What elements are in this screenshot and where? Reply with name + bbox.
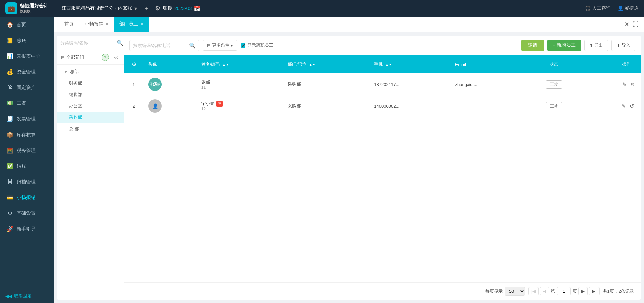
service-btn[interactable]: 🎧 人工咨询: [585, 5, 611, 11]
tab-expense[interactable]: 小畅报销 ✕: [79, 17, 114, 32]
row1-status: 正常: [524, 73, 585, 95]
calendar-icon[interactable]: 📅: [194, 5, 200, 12]
collapse-icon[interactable]: ≪: [112, 54, 120, 61]
dept-node-sales[interactable]: 销售部: [57, 89, 124, 100]
sidebar-item-settings[interactable]: ⚙ 基础设置: [0, 205, 54, 221]
invite-btn[interactable]: 邀请: [521, 40, 544, 51]
edit-dept-btn[interactable]: ✎: [102, 54, 109, 61]
dept-search-input[interactable]: [60, 40, 117, 45]
tab-dept-close-icon[interactable]: ✕: [140, 22, 144, 27]
user-menu[interactable]: 👤 畅捷通: [618, 5, 639, 11]
table-gear-icon[interactable]: ⚙: [129, 59, 139, 69]
dept-node-finance[interactable]: 财务部: [57, 78, 124, 89]
add-employee-btn[interactable]: + 新增员工: [547, 40, 581, 51]
sidebar-item-reports[interactable]: 📊 云报表中心: [0, 48, 54, 64]
dept-sort-icon[interactable]: ▲▼: [309, 63, 316, 66]
sidebar-item-home[interactable]: 🏠 首页: [0, 17, 54, 33]
table-row: 2 👤 宁小壹: [124, 95, 641, 117]
page-number-input[interactable]: [557, 287, 571, 295]
row1-email: zhangxidf...: [450, 73, 524, 95]
employee-search-icon[interactable]: 🔍: [189, 42, 196, 49]
first-page-btn[interactable]: |◀: [528, 287, 539, 295]
dept-node-general[interactable]: 总 部: [57, 123, 124, 135]
sidebar-item-funds[interactable]: 💰 资金管理: [0, 64, 54, 80]
sidebar-label-expense: 小畅报销: [17, 195, 36, 201]
sidebar-item-expense[interactable]: 💳 小畅报销: [0, 190, 54, 205]
expense-icon: 💳: [7, 194, 13, 201]
inner-content: 🔍 ⊞ 全部部门 ✎ ≪ ▼ 总部 财务部: [57, 36, 641, 300]
reports-icon: 📊: [7, 53, 13, 59]
dept-node-head-label: 总部: [70, 69, 79, 75]
all-dept-label: 全部部门: [67, 54, 84, 60]
period-value[interactable]: 2023-03: [174, 6, 192, 11]
sidebar-item-tax[interactable]: 🧮 税务管理: [0, 143, 54, 158]
sidebar-item-assets[interactable]: 🏗 固定资产: [0, 80, 54, 95]
all-dept-item[interactable]: ⊞ 全部部门 ✎ ≪: [57, 50, 124, 65]
show-resigned-checkbox[interactable]: [241, 43, 245, 48]
company-dropdown-icon[interactable]: ▾: [134, 5, 137, 12]
add-icon[interactable]: ＋: [144, 4, 150, 12]
tab-bar-controls: ✕ ⛶: [624, 21, 639, 28]
dept-node-purchase[interactable]: 采购部: [57, 112, 124, 123]
dept-search-icon[interactable]: 🔍: [117, 40, 123, 46]
export-btn[interactable]: ⬆ 导出: [584, 40, 608, 51]
row2-delete-icon[interactable]: ↺: [630, 103, 634, 109]
col-status: 状态: [524, 55, 585, 73]
name-sort-icon[interactable]: ▲▼: [222, 63, 229, 66]
sidebar-label-payroll: 工资: [17, 100, 26, 106]
tab-expense-close-icon[interactable]: ✕: [105, 22, 109, 27]
employee-search-input[interactable]: [133, 43, 187, 48]
tax-icon: 🧮: [7, 147, 13, 154]
employee-search-box: 🔍: [129, 40, 199, 51]
page-label: 第: [551, 288, 555, 294]
table-row: 1 张熙 张熙 11: [124, 73, 641, 95]
show-resigned-label[interactable]: 显示离职员工: [241, 42, 273, 48]
dept-node-finance-label: 财务部: [69, 80, 82, 86]
sidebar-item-payroll[interactable]: 💵 工资: [0, 95, 54, 111]
prev-page-btn[interactable]: ◀: [540, 287, 549, 295]
settings-icon[interactable]: ⚙: [155, 5, 160, 12]
sidebar-label-inventory: 库存核算: [17, 132, 36, 138]
app-logo: 💼 畅捷通好会计 旗舰版: [5, 2, 59, 14]
more-filter-btn[interactable]: ⊟ 更多条件 ▾: [203, 40, 237, 51]
sidebar-label-reports: 云报表中心: [17, 53, 40, 59]
import-btn[interactable]: ⬇ 导入: [611, 40, 635, 51]
expand-icon[interactable]: ⛶: [633, 21, 639, 28]
col-dept[interactable]: 部门/职位 ▲▼: [283, 55, 370, 73]
close-window-icon[interactable]: ✕: [624, 21, 629, 28]
row2-edit-icon[interactable]: ✎: [621, 103, 626, 109]
next-page-btn[interactable]: ▶: [578, 287, 588, 295]
company-name[interactable]: 江西服宝精品有限责任公司内账张: [62, 5, 132, 11]
filter-icon: ⊟: [207, 43, 211, 48]
tab-expense-label: 小畅报销: [85, 21, 103, 27]
sidebar-item-closing[interactable]: ✅ 结账: [0, 158, 54, 174]
sidebar-item-invoice[interactable]: 🧾 发票管理: [0, 111, 54, 127]
row1-index: 1: [124, 73, 144, 95]
mobile-sort-icon[interactable]: ▲▼: [385, 63, 392, 66]
sidebar-item-ledger[interactable]: 📒 总账: [0, 33, 54, 48]
col-name-code[interactable]: 姓名/编码 ▲▼: [197, 55, 283, 73]
export-icon: ⬆: [589, 43, 593, 48]
col-actions: 操作: [585, 55, 641, 73]
sidebar-item-inventory[interactable]: 📦 库存核算: [0, 127, 54, 143]
last-page-btn[interactable]: ▶|: [589, 287, 599, 295]
row1-edit-icon[interactable]: ✎: [622, 81, 627, 88]
row2-status-badge: 正常: [546, 102, 562, 110]
cancel-pin-btn[interactable]: ◀◀ 取消固定: [0, 289, 54, 303]
logo-icon: 💼: [5, 2, 17, 14]
dept-node-office[interactable]: 办公室: [57, 100, 124, 112]
tab-dept-employee[interactable]: 部门员工 ✕: [114, 17, 149, 32]
col-mobile[interactable]: 手机 ▲▼: [369, 55, 450, 73]
sidebar-label-guide: 新手引导: [17, 226, 36, 232]
per-page-select[interactable]: 10 20 50 100: [505, 287, 525, 296]
dept-node-head[interactable]: ▼ 总部: [57, 66, 124, 78]
row2-name-code: 宁小壹 应 12: [197, 95, 283, 117]
page-unit-label: 页: [573, 288, 577, 294]
page-input-group: 第 页: [551, 287, 577, 295]
service-label: 人工咨询: [592, 5, 611, 11]
col-settings[interactable]: ⚙: [124, 55, 144, 73]
sidebar-item-guide[interactable]: 🚀 新手引导: [0, 221, 54, 237]
row1-logout-icon[interactable]: ⎋: [631, 81, 634, 87]
tab-home[interactable]: 首页: [59, 17, 79, 32]
sidebar-item-archive[interactable]: 🗄 归档管理: [0, 174, 54, 190]
